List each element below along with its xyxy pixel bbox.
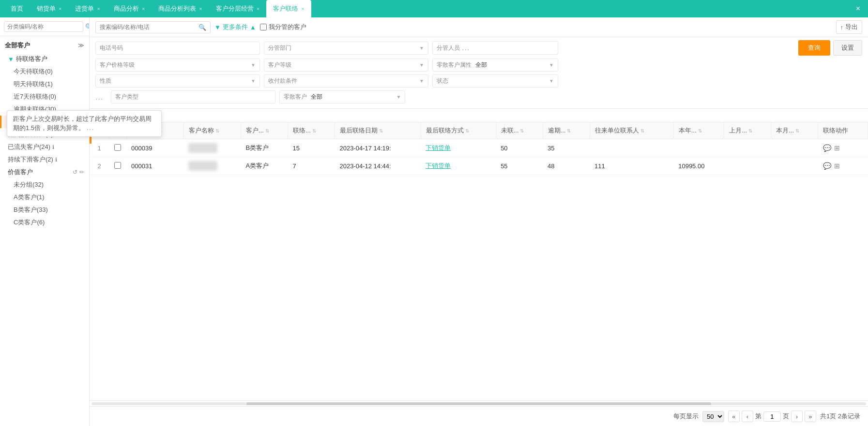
search-icon[interactable]: 🔍 bbox=[198, 24, 206, 31]
dropdown-arrow-icon: ▼ bbox=[396, 94, 401, 100]
sidebar-item-today-contact[interactable]: 今天待联络(0) bbox=[0, 65, 89, 78]
first-page-button[interactable]: « bbox=[728, 411, 740, 422]
table-toolbar: ⚙ bbox=[90, 109, 868, 122]
per-page-select[interactable]: 50 bbox=[702, 411, 724, 422]
sidebar-item-b-class[interactable]: B类客户(33) bbox=[0, 204, 89, 216]
all-customers-header: 全部客户 ≫ bbox=[0, 38, 89, 53]
nav-product-list[interactable]: 商品分析列表 × bbox=[152, 0, 209, 17]
row-type-2: A类客户 bbox=[241, 157, 288, 175]
col-contact-person[interactable]: 往来单位联系人⇅ bbox=[590, 122, 673, 139]
filter-payment[interactable]: 收付款条件 ▼ bbox=[264, 74, 428, 88]
sort-icon: ⇅ bbox=[465, 128, 469, 133]
close-icon[interactable]: × bbox=[257, 6, 259, 12]
col-this-month[interactable]: 本月...⇅ bbox=[771, 122, 818, 139]
data-table-area: # 客户编码⇅ 客户名称⇅ 客户...⇅ 联络...⇅ 最后联络日期⇅ 最后联络… bbox=[90, 122, 868, 400]
filter-gender[interactable]: 性质 ▼ bbox=[95, 74, 260, 88]
sidebar-value-customers-section[interactable]: 价值客户 ↺ ✏ bbox=[0, 166, 89, 178]
sidebar-search-input[interactable] bbox=[4, 21, 83, 32]
col-last-contact-method[interactable]: 最后联络方式⇅ bbox=[421, 122, 496, 139]
nav-customer-contact[interactable]: 客户联络 × bbox=[266, 0, 311, 17]
filter-phone[interactable]: 电话号码 bbox=[95, 42, 260, 55]
sidebar-item-declining[interactable]: 持续下滑客户(2) ℹ bbox=[0, 153, 89, 166]
row-uncontacted-2: 55 bbox=[496, 157, 543, 175]
info-icon[interactable]: ℹ bbox=[55, 157, 57, 163]
row-actions-1: 💬 ⊞ bbox=[818, 139, 868, 157]
tooltip-more[interactable]: ... bbox=[86, 123, 94, 132]
nav-sales[interactable]: 销货单 × bbox=[30, 0, 68, 17]
sidebar-item-a-class[interactable]: A类客户(1) bbox=[0, 191, 89, 204]
dropdown-arrow-icon: ▼ bbox=[549, 78, 554, 84]
next-page-button[interactable]: › bbox=[791, 411, 803, 422]
close-icon[interactable]: × bbox=[97, 6, 100, 12]
filter-dept[interactable]: 分管部门 ▼ bbox=[264, 42, 428, 55]
row-method-1[interactable]: 下销货单 bbox=[421, 139, 496, 157]
sidebar-item-tomorrow-contact[interactable]: 明天待联络(1) bbox=[0, 78, 89, 90]
search-input[interactable] bbox=[100, 24, 197, 30]
sidebar-collapse-icon[interactable]: ≫ bbox=[78, 42, 84, 49]
horizontal-scrollbar[interactable] bbox=[90, 400, 868, 406]
sidebar-item-7day-contact[interactable]: 近7天待联络(0) bbox=[0, 90, 89, 103]
action-chat-icon[interactable]: 💬 bbox=[823, 144, 831, 152]
settings-button[interactable]: 设置 bbox=[833, 40, 862, 56]
window-close-button[interactable]: × bbox=[852, 4, 864, 13]
filter-customer-type[interactable]: 客户类型 bbox=[111, 90, 275, 103]
nav-product-analysis[interactable]: 商品分析 × bbox=[107, 0, 152, 17]
sidebar-item-unclassified[interactable]: 未分组(32) bbox=[0, 178, 89, 191]
nav-home[interactable]: 首页 bbox=[4, 0, 30, 17]
sidebar-item-churned[interactable]: 已流失客户(24) ℹ bbox=[0, 141, 89, 153]
filter-status[interactable]: 状态 ▼ bbox=[432, 74, 558, 88]
refresh-icon[interactable]: ↺ bbox=[73, 169, 77, 176]
last-page-button[interactable]: » bbox=[805, 411, 816, 422]
col-contact-count[interactable]: 联络...⇅ bbox=[288, 122, 335, 139]
dropdown-arrow-icon: ▼ bbox=[419, 45, 424, 51]
prev-page-button[interactable]: ‹ bbox=[742, 411, 753, 422]
filter-retail-attr[interactable]: 零散客户属性 全部 ▼ bbox=[432, 59, 558, 72]
more-fields-dots[interactable]: ... bbox=[95, 93, 103, 102]
sidebar-search-icon[interactable]: 🔍 bbox=[85, 23, 90, 30]
sort-icon: ⇅ bbox=[640, 128, 644, 133]
row-checkbox-1[interactable] bbox=[109, 139, 126, 157]
col-last-month[interactable]: 上月...⇅ bbox=[724, 122, 771, 139]
row-select-checkbox[interactable] bbox=[114, 162, 121, 169]
filter-bar: 🔍 ▼ 更多条件 ▲ 我分管的客户 ↑ 导出 bbox=[90, 17, 868, 37]
close-icon[interactable]: × bbox=[59, 6, 61, 12]
filter-customer-level[interactable]: 客户等级 ▼ bbox=[264, 59, 428, 72]
manager-dots[interactable]: ... bbox=[462, 44, 470, 52]
edit-icon[interactable]: ✏ bbox=[79, 169, 84, 176]
page-number-input[interactable] bbox=[763, 411, 781, 422]
col-last-contact-date[interactable]: 最后联络日期⇅ bbox=[335, 122, 421, 139]
sidebar-item-c-class[interactable]: C类客户(6) bbox=[0, 216, 89, 229]
row-num-2: 2 bbox=[90, 157, 109, 175]
query-button[interactable]: 查询 bbox=[798, 40, 830, 56]
row-checkbox-2[interactable] bbox=[109, 157, 126, 175]
table-header-row: # 客户编码⇅ 客户名称⇅ 客户...⇅ 联络...⇅ 最后联络日期⇅ 最后联络… bbox=[90, 122, 868, 139]
action-grid-icon[interactable]: ⊞ bbox=[834, 162, 840, 170]
close-icon[interactable]: × bbox=[199, 6, 202, 12]
nav-purchase[interactable]: 进货单 × bbox=[68, 0, 107, 17]
info-icon[interactable]: ℹ bbox=[52, 144, 54, 150]
close-icon[interactable]: × bbox=[142, 6, 145, 12]
more-conditions-button[interactable]: ▼ 更多条件 ▲ bbox=[214, 23, 256, 31]
col-name[interactable]: 客户名称⇅ bbox=[183, 122, 241, 139]
action-chat-icon[interactable]: 💬 bbox=[823, 162, 831, 170]
col-overdue[interactable]: 逾期...⇅ bbox=[543, 122, 590, 139]
my-customers-checkbox[interactable] bbox=[260, 24, 267, 30]
col-customer-type[interactable]: 客户...⇅ bbox=[241, 122, 288, 139]
export-button[interactable]: ↑ 导出 bbox=[836, 20, 863, 34]
row-method-2[interactable]: 下销货单 bbox=[421, 157, 496, 175]
filter-retail-customer[interactable]: 零散客户 全部 ▼ bbox=[279, 90, 405, 103]
row-last-month-1 bbox=[724, 139, 771, 157]
nav-customer-tier[interactable]: 客户分层经营 × bbox=[209, 0, 266, 17]
close-icon[interactable]: × bbox=[301, 6, 304, 12]
filter-icon: ▼ bbox=[214, 24, 221, 31]
col-this-year[interactable]: 本年...⇅ bbox=[673, 122, 724, 139]
sidebar-group-pending-contact[interactable]: ▼ 待联络客户 bbox=[0, 53, 89, 65]
row-select-checkbox[interactable] bbox=[114, 144, 121, 151]
filter-manager[interactable]: 分管人员 ... bbox=[432, 41, 558, 55]
scrollbar-thumb[interactable] bbox=[246, 402, 711, 405]
col-uncontacted[interactable]: 未联...⇅ bbox=[496, 122, 543, 139]
filter-price-level[interactable]: 客户价格等级 ▼ bbox=[95, 59, 260, 72]
action-grid-icon[interactable]: ⊞ bbox=[834, 144, 840, 152]
advanced-filters: 电话号码 分管部门 ▼ 分管人员 ... 查询 设置 客户价格等级 bbox=[90, 37, 868, 109]
data-table: # 客户编码⇅ 客户名称⇅ 客户...⇅ 联络...⇅ 最后联络日期⇅ 最后联络… bbox=[90, 122, 868, 175]
